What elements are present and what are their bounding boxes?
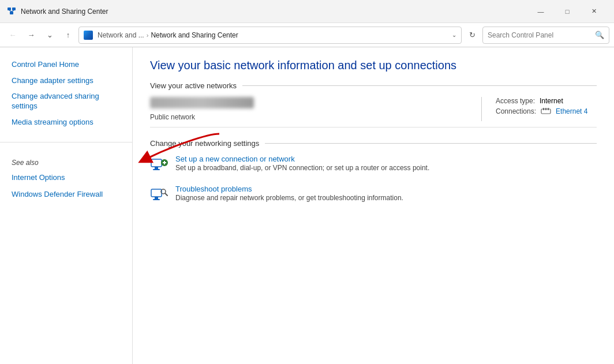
- access-type-label: Access type:: [496, 97, 535, 105]
- ethernet-icon: [541, 107, 551, 115]
- svg-rect-8: [548, 108, 549, 110]
- troubleshoot-text: Troubleshoot problems Diagnose and repai…: [175, 185, 403, 202]
- sidebar-item-windows-firewall[interactable]: Windows Defender Firewall: [0, 186, 132, 202]
- breadcrumb-current: Network and Sharing Center: [151, 31, 238, 39]
- sidebar-item-control-panel-home[interactable]: Control Panel Home: [0, 57, 132, 73]
- active-networks-divider: [242, 85, 597, 86]
- window-title: Network and Sharing Center: [21, 7, 527, 16]
- network-right: Access type: Internet Connections: Ether…: [481, 97, 597, 121]
- access-type-value: Internet: [540, 97, 563, 105]
- up-button[interactable]: ↑: [60, 27, 76, 43]
- svg-rect-0: [8, 7, 11, 10]
- svg-line-19: [165, 193, 167, 196]
- active-networks-label: View your active networks: [150, 81, 237, 90]
- troubleshoot-item: Troubleshoot problems Diagnose and repai…: [150, 185, 597, 204]
- search-icon: 🔍: [595, 31, 604, 39]
- svg-rect-10: [155, 167, 158, 169]
- search-box: 🔍: [482, 27, 609, 44]
- breadcrumb-network: Network and ...: [98, 31, 144, 39]
- back-button[interactable]: ←: [5, 27, 21, 43]
- sidebar-item-change-advanced-sharing[interactable]: Change advanced sharing settings: [0, 89, 132, 114]
- troubleshoot-desc: Diagnose and repair network problems, or…: [175, 194, 403, 202]
- see-also-label: See also: [0, 148, 132, 170]
- search-input[interactable]: [488, 31, 595, 39]
- setup-connection-desc: Set up a broadband, dial-up, or VPN conn…: [175, 164, 429, 172]
- svg-line-3: [9, 10, 12, 12]
- setup-connection-text: Set up a new connection or network Set u…: [175, 155, 429, 172]
- svg-rect-9: [151, 159, 162, 167]
- ethernet-link[interactable]: Ethernet 4: [556, 107, 587, 115]
- sidebar: Control Panel Home Change adapter settin…: [0, 47, 133, 364]
- svg-rect-17: [153, 199, 160, 200]
- svg-rect-2: [10, 12, 13, 14]
- setup-connection-icon: [150, 156, 169, 174]
- active-networks-header: View your active networks: [150, 81, 597, 90]
- setup-connection-item: Set up a new connection or network Set u…: [150, 155, 597, 174]
- forward-button[interactable]: →: [23, 27, 39, 43]
- networking-settings-header: Change your networking settings: [150, 139, 597, 148]
- network-left: Public network: [150, 97, 481, 121]
- svg-rect-15: [151, 189, 162, 197]
- svg-rect-1: [12, 7, 16, 10]
- main-layout: Control Panel Home Change adapter settin…: [0, 47, 614, 364]
- sidebar-divider: [0, 142, 132, 142]
- troubleshoot-icon: [150, 186, 169, 204]
- svg-rect-11: [153, 169, 160, 170]
- refresh-button[interactable]: ↻: [464, 27, 480, 43]
- window-controls: — □ ✕: [527, 2, 607, 21]
- page-title: View your basic network information and …: [150, 59, 597, 72]
- content-area: View your basic network information and …: [133, 47, 614, 364]
- network-type: Public network: [150, 113, 481, 121]
- sidebar-item-internet-options[interactable]: Internet Options: [0, 170, 132, 186]
- breadcrumb-dropdown[interactable]: ⌄: [452, 32, 456, 38]
- sidebar-item-change-adapter-settings[interactable]: Change adapter settings: [0, 73, 132, 89]
- networking-settings-divider: [265, 143, 597, 144]
- setup-connection-link[interactable]: Set up a new connection or network: [175, 155, 429, 163]
- address-bar: ← → ⌄ ↑ Network and ... › Network and Sh…: [0, 23, 614, 47]
- network-name-blurred: [150, 97, 254, 108]
- breadcrumb-bar[interactable]: Network and ... › Network and Sharing Ce…: [78, 27, 462, 44]
- svg-rect-7: [545, 108, 546, 110]
- app-icon: [7, 7, 16, 16]
- network-info-grid: Public network Access type: Internet Con…: [150, 97, 597, 127]
- maximize-button[interactable]: □: [554, 2, 581, 21]
- recent-locations-button[interactable]: ⌄: [42, 27, 58, 43]
- breadcrumb-icon: [84, 31, 93, 40]
- connections-row: Connections: Ethernet 4: [496, 107, 597, 115]
- title-bar: Network and Sharing Center — □ ✕: [0, 0, 614, 23]
- breadcrumb-separator: ›: [147, 32, 149, 39]
- svg-rect-16: [155, 197, 158, 199]
- connections-label: Connections:: [496, 107, 536, 115]
- minimize-button[interactable]: —: [527, 2, 554, 21]
- svg-rect-6: [543, 108, 544, 110]
- svg-line-4: [12, 10, 14, 12]
- troubleshoot-link[interactable]: Troubleshoot problems: [175, 185, 403, 193]
- sidebar-item-media-streaming[interactable]: Media streaming options: [0, 114, 132, 130]
- close-button[interactable]: ✕: [581, 2, 607, 21]
- access-type-row: Access type: Internet: [496, 97, 597, 105]
- networking-settings-label: Change your networking settings: [150, 139, 259, 148]
